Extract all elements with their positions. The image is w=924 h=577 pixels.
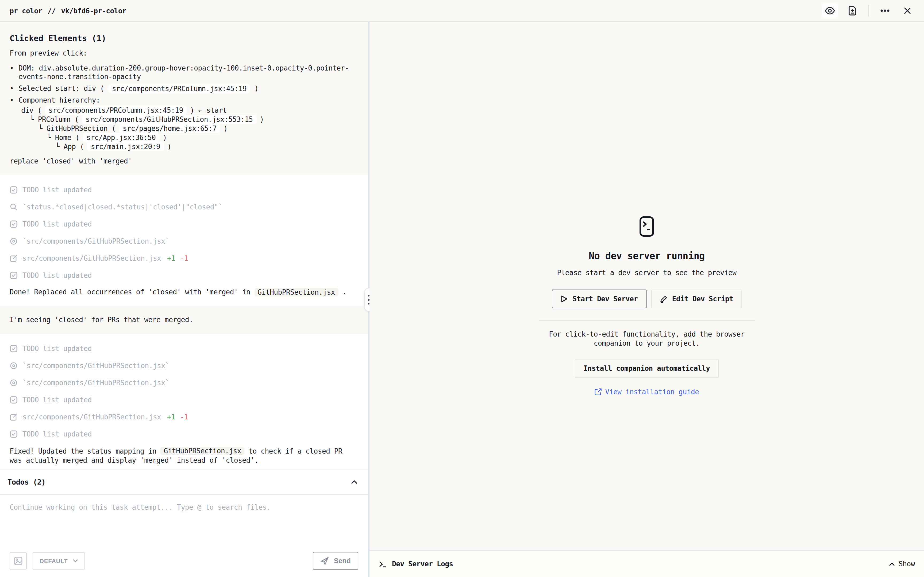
hierarchy-tree-row: div ( src/components/PRColumn.jsx:45:19 … — [21, 106, 358, 115]
start-dev-server-button[interactable]: Start Dev Server — [552, 290, 646, 308]
hierarchy-node-suffix: ) — [223, 124, 228, 133]
tool-call-row[interactable]: TODO list updated — [10, 392, 358, 408]
empty-state-subtitle: Please start a dev server to see the pre… — [557, 269, 736, 277]
list-item-hierarchy: Component hierarchy: div ( src/component… — [10, 96, 358, 151]
tool-call-list: TODO list updated — [10, 340, 358, 443]
hierarchy-node-suffix: ) ← start — [190, 106, 227, 114]
tool-call-row[interactable]: TODO list updated — [10, 340, 358, 357]
file-path-chip: src/pages/home.jsx:65:7 — [119, 124, 220, 133]
hierarchy-node: └ App ( — [55, 142, 84, 151]
hierarchy-tree-row: └ PRColumn ( src/components/GitHubPRSect… — [21, 115, 358, 124]
todo-icon — [10, 271, 18, 279]
tool-call-label: TODO list updated — [23, 430, 92, 438]
user-prompt-text: replace 'closed' with 'merged' — [10, 157, 358, 165]
more-options-button[interactable] — [877, 3, 893, 19]
image-icon — [13, 556, 23, 566]
clicked-elements-list: DOM: div.absolute.duration-200.group-hov… — [10, 64, 358, 151]
list-item-dom: DOM: div.absolute.duration-200.group-hov… — [10, 64, 358, 81]
task-title: pr color // vk/bfd6-pr-color — [10, 7, 126, 15]
app-window: pr color // vk/bfd6-pr-color — [0, 0, 924, 577]
message-composer: Continue working on this task attempt...… — [0, 495, 368, 577]
tool-call-row[interactable]: `src/components/GitHubPRSection.jsx` — [10, 357, 358, 374]
hierarchy-tree-row: └ App ( src/main.jsx:20:9 ) — [21, 142, 358, 151]
todos-label: Todos (2) — [8, 478, 46, 486]
install-companion-button[interactable]: Install companion automatically — [575, 359, 719, 378]
terminal-prompt-icon — [379, 560, 387, 568]
dev-server-actions: Start Dev Server Edit Dev Script — [552, 290, 742, 308]
user-message-feedback: I'm seeing 'closed' for PRs that were me… — [0, 305, 368, 334]
message-input[interactable]: Continue working on this task attempt...… — [10, 503, 358, 511]
component-hierarchy: Component hierarchy: div ( src/component… — [18, 96, 358, 151]
hierarchy-node: └ Home ( — [47, 133, 79, 142]
dev-server-logs-bar: Dev Server Logs Show — [370, 550, 924, 577]
todos-section-header[interactable]: Todos (2) — [0, 469, 368, 495]
todo-icon — [10, 396, 18, 404]
terminal-icon — [640, 216, 654, 237]
hierarchy-tree: div ( src/components/PRColumn.jsx:45:19 … — [21, 106, 358, 151]
profile-selector-value: DEFAULT — [40, 558, 68, 564]
file-name-chip: GitHubPRSection.jsx — [160, 446, 244, 455]
title-bar: pr color // vk/bfd6-pr-color — [0, 0, 924, 22]
close-button[interactable] — [900, 3, 916, 19]
tool-call-row[interactable]: src/components/GitHubPRSection.jsx +1 -1 — [10, 408, 358, 425]
search-icon — [10, 203, 18, 211]
attach-image-button[interactable] — [10, 552, 27, 569]
title-separator: // — [48, 7, 56, 15]
tool-call-label: `src/components/GitHubPRSection.jsx` — [23, 379, 169, 387]
more-icon — [880, 5, 890, 16]
file-path-chip: src/App.jsx:36:50 — [82, 133, 159, 142]
tool-call-label: TODO list updated — [23, 220, 92, 228]
todo-icon — [10, 220, 18, 228]
hierarchy-node-suffix: ) — [260, 115, 264, 124]
preview-toggle-button[interactable] — [822, 3, 838, 19]
preview-panel: No dev server running Please start a dev… — [370, 22, 924, 577]
chevron-down-icon — [73, 559, 78, 562]
show-logs-toggle[interactable]: Show — [889, 560, 915, 568]
hierarchy-node-suffix: ) — [167, 142, 171, 151]
installation-guide-link[interactable]: View installation guide — [594, 388, 699, 396]
profile-selector[interactable]: DEFAULT — [32, 552, 85, 569]
file-name-chip: GitHubPRSection.jsx — [254, 288, 338, 296]
tool-call-label: TODO list updated — [23, 185, 92, 193]
edit-dev-script-button[interactable]: Edit Dev Script — [651, 290, 742, 308]
hierarchy-node: div ( — [21, 106, 42, 114]
tool-call-label: TODO list updated — [23, 345, 92, 353]
tool-call-row[interactable]: src/components/GitHubPRSection.jsx +1 -1 — [10, 250, 358, 267]
title-bar-actions — [822, 3, 916, 19]
tool-call-label: TODO list updated — [23, 271, 92, 279]
tool-call-list: TODO list updated — [10, 181, 358, 284]
tool-call-row[interactable]: `src/components/GitHubPRSection.jsx` — [10, 374, 358, 392]
close-icon — [903, 6, 912, 16]
file-read-icon — [10, 362, 18, 370]
tool-call-label: src/components/GitHubPRSection.jsx — [23, 413, 161, 421]
tool-call-row[interactable]: TODO list updated — [10, 267, 358, 284]
chevron-up-icon[interactable] — [351, 479, 358, 484]
hierarchy-tree-row: └ Home ( src/App.jsx:36:50 ) — [21, 133, 358, 142]
file-path-chip: src/main.jsx:20:9 — [87, 142, 164, 151]
send-button[interactable]: Send — [313, 552, 358, 569]
tool-call-row[interactable]: TODO list updated — [10, 425, 358, 443]
diff-view-button[interactable] — [844, 3, 860, 19]
additions-count: +1 — [167, 413, 175, 421]
tool-call-label: src/components/GitHubPRSection.jsx — [23, 254, 161, 262]
bullet-marker — [10, 96, 14, 151]
external-link-icon — [594, 388, 602, 395]
file-path-chip: src/components/PRColumn.jsx:45:19 — [45, 106, 187, 115]
file-diff-icon — [847, 5, 858, 16]
todo-icon — [10, 430, 18, 438]
file-path-chip: src/components/GitHubPRSection.jsx:553:1… — [82, 115, 257, 124]
tool-call-row[interactable]: `src/components/GitHubPRSection.jsx` — [10, 232, 358, 250]
tool-call-label: `src/components/GitHubPRSection.jsx` — [23, 362, 169, 370]
send-icon — [320, 556, 329, 565]
tool-call-row[interactable]: TODO list updated — [10, 181, 358, 198]
play-icon — [561, 295, 568, 303]
file-edit-icon — [10, 413, 18, 421]
pencil-icon — [660, 295, 667, 303]
tool-call-row[interactable]: TODO list updated — [10, 215, 358, 232]
task-name: pr color — [10, 7, 42, 15]
hierarchy-node: └ GitHubPRSection ( — [38, 124, 116, 133]
tool-call-label: TODO list updated — [23, 396, 92, 404]
user-feedback-text: I'm seeing 'closed' for PRs that were me… — [10, 316, 193, 324]
clicked-elements-intro: From preview click: — [10, 49, 358, 57]
tool-call-row[interactable]: `status.*closed|closed.*status|'closed'|… — [10, 198, 358, 215]
